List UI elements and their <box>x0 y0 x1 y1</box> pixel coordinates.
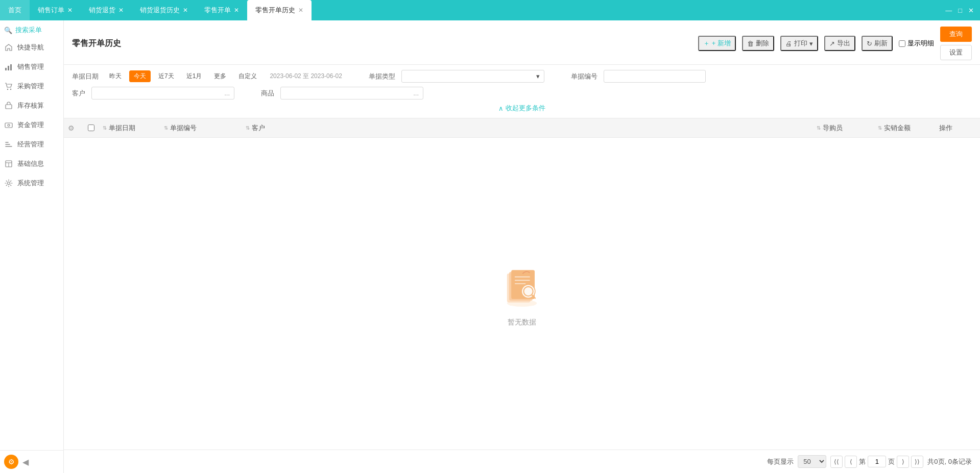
query-label: 查询 <box>949 30 963 38</box>
sidebar-item-basic-info[interactable]: 基础信息 <box>0 154 63 173</box>
tab-sales-return-history[interactable]: 销货退货历史 ✕ <box>132 0 196 20</box>
sidebar-item-system[interactable]: 系统管理 <box>0 173 63 193</box>
page-last-btn[interactable]: ⟩⟩ <box>911 456 923 468</box>
date-btn-yesterday[interactable]: 昨天 <box>105 70 126 82</box>
tab-retail-open-close[interactable]: ✕ <box>234 7 239 14</box>
tab-sales-return-history-close[interactable]: ✕ <box>183 7 188 14</box>
maximize-btn[interactable]: □ <box>958 7 962 14</box>
sidebar: 🔍 搜索采单 快捷导航 销售管理 采购管理 库存核算 <box>0 20 64 473</box>
pagination: 每页显示 10 20 50 100 ⟨⟨ ⟨ 第 页 ⟩ ⟩⟩ 共0页, 0条记… <box>64 450 980 473</box>
main-layout: 🔍 搜索采单 快捷导航 销售管理 采购管理 库存核算 <box>0 20 980 473</box>
tab-retail-open-label: 零售开单 <box>204 6 231 15</box>
svg-point-3 <box>7 89 8 90</box>
delete-icon: 🗑 <box>747 40 754 47</box>
date-btn-more[interactable]: 更多 <box>209 70 231 82</box>
filter-row-1: 单据日期 昨天 今天 近7天 近1月 更多 自定义 2023-06-02 至 2… <box>72 70 972 83</box>
col-header-num: ⇅ 单据编号 <box>160 123 242 133</box>
table-settings-icon[interactable]: ⚙ <box>68 124 83 132</box>
page-next-btn[interactable]: ⟩ <box>897 456 909 468</box>
sidebar-item-quick-nav[interactable]: 快捷导航 <box>0 38 63 57</box>
tab-sales-order-close[interactable]: ✕ <box>67 7 73 14</box>
sidebar-item-inventory[interactable]: 库存核算 <box>0 96 63 115</box>
export-button[interactable]: ↗ 导出 <box>824 36 855 51</box>
date-btn-today[interactable]: 今天 <box>129 70 151 82</box>
col-date-label: 单据日期 <box>109 123 135 133</box>
col-amount-label: 实销金额 <box>884 123 911 133</box>
page-prev-btn[interactable]: ⟨ <box>845 456 857 468</box>
doc-type-select[interactable]: ▾ <box>401 70 544 83</box>
collapse-icon: ∧ <box>498 105 504 112</box>
customer-input[interactable]: ... <box>91 87 234 99</box>
filter-area: 单据日期 昨天 今天 近7天 近1月 更多 自定义 2023-06-02 至 2… <box>64 65 980 118</box>
collapse-label: 收起更多条件 <box>506 104 545 113</box>
sidebar-collapse-btn[interactable]: ◀ <box>22 457 29 467</box>
col-sort-num-icon[interactable]: ⇅ <box>164 125 168 131</box>
col-header-date: ⇅ 单据日期 <box>99 123 160 133</box>
settings-icon-btn[interactable]: ⚙ <box>4 455 18 469</box>
col-action-label: 操作 <box>939 123 952 133</box>
tab-sales-return[interactable]: 销货退货 ✕ <box>81 0 132 20</box>
show-detail-checkbox-label[interactable]: 显示明细 <box>899 39 934 48</box>
query-button[interactable]: 查询 <box>940 27 972 42</box>
doc-num-input[interactable] <box>604 70 706 83</box>
sidebar-item-sales-mgmt[interactable]: 销售管理 <box>0 57 63 77</box>
setting-button[interactable]: 设置 <box>940 45 972 60</box>
table-select-all-cell <box>83 125 99 131</box>
date-btn-7days[interactable]: 近7天 <box>154 70 179 82</box>
col-sort-date-icon[interactable]: ⇅ <box>103 125 107 131</box>
page-num-input[interactable] <box>868 456 886 467</box>
page-title: 零售开单历史 <box>72 38 121 49</box>
goods-ellipsis: ... <box>413 89 419 97</box>
doc-type-label: 单据类型 <box>369 72 395 81</box>
tab-sales-order[interactable]: 销售订单 ✕ <box>30 0 81 20</box>
doc-type-dropdown-icon: ▾ <box>536 72 540 80</box>
per-page-select[interactable]: 10 20 50 100 <box>798 455 826 468</box>
sidebar-item-operation[interactable]: 经营管理 <box>0 135 63 154</box>
page-first-btn[interactable]: ⟨⟨ <box>830 456 843 468</box>
delete-button[interactable]: 🗑 删除 <box>742 36 774 51</box>
bar-icon <box>4 140 13 149</box>
chart-icon <box>4 62 13 71</box>
delete-label: 删除 <box>756 39 769 48</box>
sidebar-item-purchase-mgmt-label: 采购管理 <box>17 82 44 91</box>
total-info: 共0页, 0条记录 <box>927 457 972 466</box>
sidebar-item-purchase-mgmt[interactable]: 采购管理 <box>0 77 63 96</box>
refresh-icon: ↻ <box>867 40 872 47</box>
toolbar-actions: ＋ + 新增 🗑 删除 🖨 打印 ▾ ↗ 导出 ↻ <box>698 27 972 60</box>
col-header-amount: ⇅ 实销金额 <box>874 123 935 133</box>
tab-home[interactable]: 首页 <box>0 0 30 20</box>
tab-retail-open-history[interactable]: 零售开单历史 ✕ <box>247 0 312 20</box>
sidebar-item-finance[interactable]: 资金管理 <box>0 115 63 135</box>
cart-icon <box>4 82 13 91</box>
collapse-row: ∧ 收起更多条件 <box>72 104 972 113</box>
box-icon <box>4 101 13 110</box>
empty-text: 暂无数据 <box>508 318 536 327</box>
sidebar-search[interactable]: 🔍 搜索采单 <box>0 20 63 38</box>
show-detail-checkbox[interactable] <box>899 40 905 47</box>
page-word: 第 <box>859 457 866 466</box>
date-btn-1month[interactable]: 近1月 <box>182 70 207 82</box>
close-btn[interactable]: ✕ <box>968 7 974 14</box>
tab-sales-return-close[interactable]: ✕ <box>118 7 124 14</box>
col-sort-amount-icon[interactable]: ⇅ <box>878 125 882 131</box>
print-label: 打印 <box>794 39 807 48</box>
top-tab-bar: 首页 销售订单 ✕ 销货退货 ✕ 销货退货历史 ✕ 零售开单 ✕ 零售开单历史 … <box>0 0 980 20</box>
svg-point-11 <box>8 182 10 185</box>
select-all-checkbox[interactable] <box>88 125 94 131</box>
print-button[interactable]: 🖨 打印 ▾ <box>780 36 818 51</box>
col-header-guide: ⇅ 导购员 <box>812 123 874 133</box>
refresh-button[interactable]: ↻ 刷新 <box>862 36 893 51</box>
minimize-btn[interactable]: — <box>945 7 952 14</box>
content-area: 零售开单历史 ＋ + 新增 🗑 删除 🖨 打印 ▾ ↗ 导出 <box>64 20 980 473</box>
tab-home-label: 首页 <box>8 6 21 15</box>
collapse-button[interactable]: ∧ 收起更多条件 <box>498 104 545 113</box>
date-btn-custom[interactable]: 自定义 <box>234 70 261 82</box>
col-sort-guide-icon[interactable]: ⇅ <box>817 125 821 131</box>
tab-retail-open[interactable]: 零售开单 ✕ <box>196 0 247 20</box>
goods-input[interactable]: ... <box>280 87 423 99</box>
col-sort-customer-icon[interactable]: ⇅ <box>246 125 250 131</box>
col-num-label: 单据编号 <box>170 123 197 133</box>
add-button[interactable]: ＋ + 新增 <box>698 36 736 51</box>
tab-retail-open-history-close[interactable]: ✕ <box>298 7 303 14</box>
tab-sales-return-history-label: 销货退货历史 <box>140 6 180 15</box>
